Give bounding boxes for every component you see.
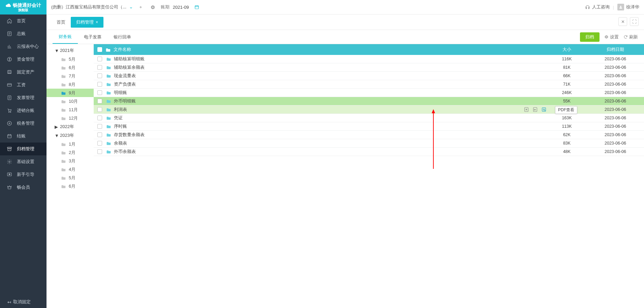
table-row[interactable]: 凭证163K2023-06-06 bbox=[94, 114, 644, 122]
table-row[interactable]: 存货数量余额表62K2023-06-06 bbox=[94, 131, 644, 139]
folder-icon bbox=[106, 65, 111, 69]
tree-month[interactable]: 6月 bbox=[47, 182, 94, 190]
archive-icon bbox=[7, 146, 12, 152]
tree-year[interactable]: ▼2021年 bbox=[47, 46, 94, 55]
tree-year[interactable]: ▼2023年 bbox=[47, 131, 94, 140]
sidebar-item-label: 云报表中心 bbox=[17, 43, 39, 50]
close-period-icon bbox=[7, 133, 12, 139]
table-row[interactable]: 序时账113K2023-06-06 bbox=[94, 122, 644, 131]
ledger-icon bbox=[7, 31, 12, 36]
subtab-2[interactable]: 银行回单 bbox=[108, 30, 137, 44]
caret-right-icon: ▶ bbox=[55, 124, 58, 129]
tree-month[interactable]: 1月 bbox=[47, 140, 94, 148]
sidebar-item-tax[interactable]: 税务管理 bbox=[0, 117, 47, 130]
row-checkbox[interactable] bbox=[97, 107, 102, 112]
tree-month[interactable]: 8月 bbox=[47, 80, 94, 89]
sidebar-item-cart[interactable]: 进销台账 bbox=[0, 104, 47, 117]
folder-icon bbox=[61, 142, 66, 146]
tree-month[interactable]: 5月 bbox=[47, 55, 94, 63]
add-icon[interactable]: ＋ bbox=[136, 3, 145, 11]
gear-icon[interactable] bbox=[149, 3, 157, 11]
sidebar-item-money[interactable]: 资金管理 bbox=[0, 53, 47, 66]
sidebar-item-chart[interactable]: 云报表中心 bbox=[0, 40, 47, 53]
archive-date: 2023-06-06 bbox=[587, 124, 644, 129]
row-checkbox[interactable] bbox=[97, 65, 102, 70]
sidebar-item-ledger[interactable]: 总账 bbox=[0, 27, 47, 40]
subtab-0[interactable]: 财务账 bbox=[53, 30, 78, 44]
salary-icon bbox=[7, 82, 12, 88]
year-tree: ▼2021年5月6月7月8月9月10月11月12月▶2022年▼2023年1月2… bbox=[47, 44, 94, 308]
tree-year[interactable]: ▶2022年 bbox=[47, 122, 94, 131]
home-icon bbox=[7, 18, 12, 24]
sidebar-item-gear[interactable]: 基础设置 bbox=[0, 155, 47, 168]
file-size: 62K bbox=[547, 132, 587, 137]
settings-link[interactable]: 设置 bbox=[604, 34, 619, 40]
tree-month[interactable]: 6月 bbox=[47, 63, 94, 72]
chart-icon bbox=[7, 44, 12, 49]
row-checkbox[interactable] bbox=[97, 149, 102, 154]
sidebar-item-home[interactable]: 首页 bbox=[0, 14, 47, 27]
table-row[interactable]: 外币明细账55K2023-06-06 bbox=[94, 97, 644, 105]
row-checkbox[interactable] bbox=[97, 132, 102, 137]
support-link[interactable]: 人工咨询 bbox=[585, 4, 610, 10]
tree-month[interactable]: 11月 bbox=[47, 105, 94, 114]
close-all-icon[interactable]: ✕ bbox=[618, 17, 627, 26]
file-name: 现金流量表 bbox=[114, 73, 136, 79]
sidebar-item-invoice[interactable]: 发票管理 bbox=[0, 91, 47, 104]
tab-归档管理[interactable]: 归档管理× bbox=[71, 17, 103, 28]
pdf-view-icon[interactable] bbox=[541, 106, 547, 113]
gear-icon bbox=[604, 35, 609, 39]
row-checkbox[interactable] bbox=[97, 141, 102, 146]
folder-icon bbox=[61, 91, 66, 95]
tree-month[interactable]: 10月 bbox=[47, 97, 94, 105]
row-checkbox[interactable] bbox=[97, 124, 102, 129]
table-row[interactable]: 辅助核算明细账116K2023-06-06 bbox=[94, 55, 644, 63]
table-row[interactable]: 利润表PDF查看2K2023-06-06 bbox=[94, 105, 644, 114]
row-checkbox[interactable] bbox=[97, 116, 102, 120]
table-row[interactable]: 明细账246K2023-06-06 bbox=[94, 89, 644, 97]
close-icon[interactable]: × bbox=[96, 20, 98, 25]
tab-首页[interactable]: 首页 bbox=[51, 17, 71, 28]
tree-month[interactable]: 3月 bbox=[47, 157, 94, 165]
fullscreen-icon[interactable]: ⛶ bbox=[630, 17, 639, 26]
sidebar-item-close-period[interactable]: 结账 bbox=[0, 130, 47, 143]
tree-month[interactable]: 5月 bbox=[47, 174, 94, 182]
table-row[interactable]: 资产负债表71K2023-06-06 bbox=[94, 80, 644, 89]
period-label: 账期 bbox=[161, 4, 170, 10]
row-checkbox[interactable] bbox=[97, 99, 102, 103]
calendar-icon[interactable] bbox=[192, 3, 201, 11]
tree-month[interactable]: 2月 bbox=[47, 148, 94, 157]
table-row[interactable]: 余额表83K2023-06-06 bbox=[94, 139, 644, 148]
tree-month[interactable]: 12月 bbox=[47, 114, 94, 122]
archive-button[interactable]: 归档 bbox=[580, 32, 600, 42]
table-row[interactable]: 辅助核算余额表81K2023-06-06 bbox=[94, 63, 644, 72]
table-row[interactable]: 现金流量表66K2023-06-06 bbox=[94, 72, 644, 80]
period-value[interactable]: 2021-09 bbox=[173, 5, 189, 10]
subtab-1[interactable]: 电子发票 bbox=[78, 30, 108, 44]
row-checkbox[interactable] bbox=[97, 90, 102, 95]
table-row[interactable]: 外币余额表48K2023-06-06 bbox=[94, 148, 644, 156]
export-excel-icon[interactable] bbox=[523, 106, 529, 113]
row-checkbox[interactable] bbox=[97, 82, 102, 87]
select-all-checkbox[interactable] bbox=[97, 47, 102, 52]
row-checkbox[interactable] bbox=[97, 73, 102, 78]
sidebar-item-label: 结账 bbox=[17, 133, 26, 139]
file-size: 116K bbox=[547, 57, 587, 61]
sidebar-item-vip[interactable]: 畅会员 bbox=[0, 181, 47, 194]
export-pdf-icon[interactable] bbox=[532, 106, 538, 113]
tree-month[interactable]: 9月 bbox=[47, 89, 94, 97]
tree-month[interactable]: 4月 bbox=[47, 165, 94, 174]
sidebar-item-asset[interactable]: 固定资产 bbox=[0, 66, 47, 79]
folder-icon bbox=[106, 57, 111, 61]
row-checkbox[interactable] bbox=[97, 57, 102, 61]
sidebar-item-play[interactable]: 新手引导 bbox=[0, 168, 47, 181]
sidebar-item-label: 总账 bbox=[17, 31, 26, 37]
tree-month[interactable]: 7月 bbox=[47, 72, 94, 80]
page-tabs: 首页归档管理× ✕ ⛶ bbox=[47, 14, 644, 30]
company-selector[interactable]: (勿删）江西服宝精品有限责任公司（... ⌄ bbox=[51, 4, 133, 10]
user-menu[interactable]: 徐泽华 bbox=[617, 4, 639, 10]
sidebar-unpin[interactable]: ↤ 取消固定 bbox=[0, 296, 47, 308]
sidebar-item-archive[interactable]: 归档管理 bbox=[0, 143, 47, 155]
sidebar-item-salary[interactable]: 工资 bbox=[0, 79, 47, 91]
refresh-link[interactable]: 刷新 bbox=[623, 34, 638, 40]
